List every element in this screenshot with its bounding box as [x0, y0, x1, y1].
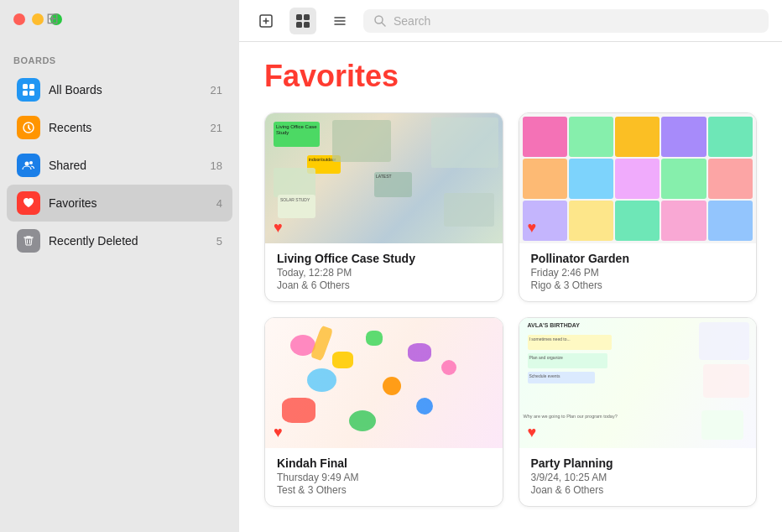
board-name: Living Office Case Study [277, 252, 491, 265]
board-card-party-planning[interactable]: AVLA'S BIRTHDAY I sometimes need to... P… [519, 317, 758, 507]
sidebar-badge: 4 [216, 197, 222, 210]
recents-icon [17, 116, 40, 139]
svg-point-6 [29, 161, 33, 164]
board-date: Today, 12:28 PM [277, 267, 491, 279]
favorite-heart-4: ♥ [528, 424, 537, 441]
board-date: 3/9/24, 10:25 AM [531, 472, 745, 483]
sidebar-item-label: Recently Deleted [49, 234, 216, 248]
sidebar-badge: 18 [211, 159, 222, 172]
svg-rect-1 [29, 84, 34, 89]
svg-rect-2 [23, 91, 28, 96]
toolbar [239, 0, 782, 42]
content-area: Favorites Living Office Case Study indoo… [239, 42, 782, 532]
board-thumbnail: ♥ [265, 318, 503, 448]
board-name: Party Planning [531, 456, 745, 470]
svg-line-16 [382, 23, 385, 26]
recently-deleted-icon [17, 229, 40, 253]
sidebar-item-label: Favorites [49, 196, 216, 210]
sidebar-item-all-boards[interactable]: All Boards 21 [7, 71, 232, 108]
sidebar-section-label: Boards [0, 55, 239, 70]
sidebar-item-favorites[interactable]: Favorites 4 [7, 185, 232, 222]
sidebar-item-label: All Boards [49, 83, 211, 96]
search-input[interactable] [394, 14, 759, 28]
board-thumbnail: AVLA'S BIRTHDAY I sometimes need to... P… [519, 318, 757, 448]
board-thumbnail: ♥ [519, 113, 757, 243]
sidebar-toggle-icon[interactable]: ⊞ [46, 9, 59, 28]
svg-rect-0 [23, 84, 28, 89]
all-boards-icon [17, 78, 40, 102]
svg-rect-3 [29, 91, 34, 96]
board-collaborators: Test & 3 Others [277, 484, 491, 496]
grid-view-button[interactable] [289, 8, 316, 34]
board-info: Pollinator Garden Friday 2:46 PM Rigo & … [519, 243, 757, 301]
sidebar-badge: 21 [211, 84, 222, 96]
new-board-button[interactable] [253, 8, 279, 34]
favorite-heart: ♥ [274, 219, 283, 237]
board-info: Kindah Final Thursday 9:49 AM Test & 3 O… [265, 448, 503, 506]
sidebar-badge: 21 [211, 122, 222, 134]
board-date: Thursday 9:49 AM [277, 472, 491, 483]
main-content: Favorites Living Office Case Study indoo… [239, 0, 782, 532]
list-view-button[interactable] [326, 8, 353, 34]
sidebar: Boards All Boards 21 Rece [0, 0, 239, 532]
favorites-icon [17, 191, 40, 215]
close-button[interactable] [13, 13, 25, 25]
board-collaborators: Rigo & 3 Others [531, 279, 745, 291]
svg-rect-9 [304, 14, 310, 20]
page-title: Favorites [264, 59, 757, 94]
sidebar-badge: 5 [216, 235, 222, 248]
svg-rect-10 [296, 22, 302, 28]
sidebar-item-recents[interactable]: Recents 21 [7, 109, 232, 146]
sidebar-item-label: Recents [49, 121, 211, 134]
board-card-pollinator-garden[interactable]: ♥ Pollinator Garden Friday 2:46 PM Rigo … [519, 112, 758, 302]
boards-grid: Living Office Case Study indoor/outdoor … [264, 112, 757, 507]
board-name: Kindah Final [277, 456, 491, 470]
search-bar[interactable] [363, 9, 769, 33]
board-date: Friday 2:46 PM [531, 267, 745, 279]
svg-rect-11 [304, 22, 310, 28]
minimize-button[interactable] [32, 13, 44, 25]
svg-point-5 [25, 162, 29, 166]
favorite-heart-3: ♥ [274, 424, 283, 441]
board-card-kindah-final[interactable]: ♥ Kindah Final Thursday 9:49 AM Test & 3… [264, 317, 503, 507]
board-name: Pollinator Garden [531, 252, 745, 265]
board-collaborators: Joan & 6 Others [531, 484, 745, 496]
board-info: Living Office Case Study Today, 12:28 PM… [265, 243, 503, 301]
svg-rect-8 [296, 14, 302, 20]
sidebar-item-recently-deleted[interactable]: Recently Deleted 5 [7, 222, 232, 259]
board-thumbnail: Living Office Case Study indoor/outdoor … [265, 113, 503, 243]
board-card-living-office[interactable]: Living Office Case Study indoor/outdoor … [264, 112, 503, 302]
board-collaborators: Joan & 6 Others [277, 279, 491, 291]
search-icon [373, 14, 387, 28]
shared-icon [17, 154, 40, 177]
sidebar-item-label: Shared [49, 159, 211, 172]
board-info: Party Planning 3/9/24, 10:25 AM Joan & 6… [519, 448, 757, 506]
sidebar-item-shared[interactable]: Shared 18 [7, 147, 232, 184]
